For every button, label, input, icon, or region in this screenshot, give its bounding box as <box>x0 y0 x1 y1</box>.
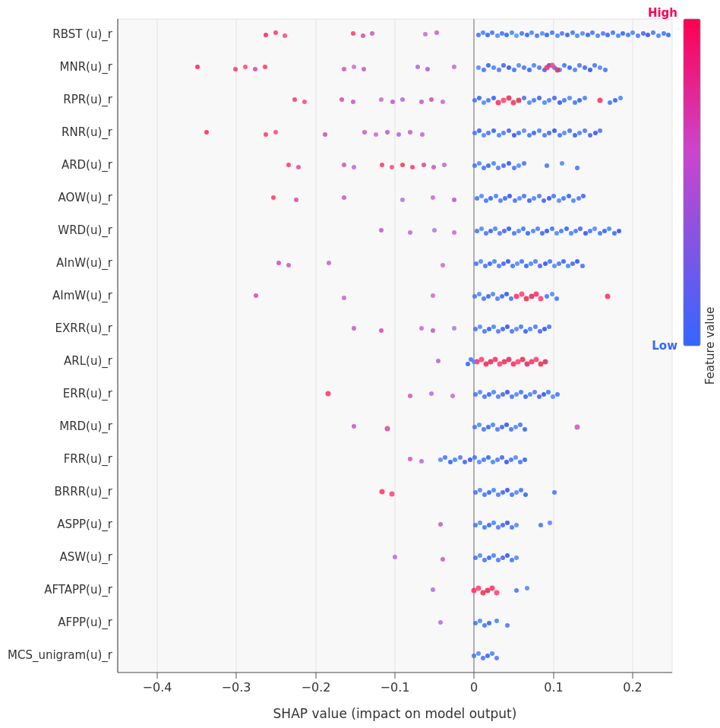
svg-point-404 <box>495 457 500 462</box>
svg-point-368 <box>528 392 532 397</box>
svg-point-369 <box>532 390 537 394</box>
svg-point-185 <box>486 163 491 168</box>
svg-point-385 <box>509 427 513 432</box>
svg-point-400 <box>477 460 482 464</box>
svg-point-354 <box>429 391 434 396</box>
svg-point-274 <box>519 259 524 264</box>
svg-point-20 <box>481 30 485 35</box>
svg-point-143 <box>408 130 412 135</box>
svg-point-86 <box>562 63 567 68</box>
y-label-4: ARD(u)_r <box>62 158 113 173</box>
svg-point-231 <box>484 231 488 236</box>
svg-point-332 <box>436 359 441 363</box>
svg-point-304 <box>534 292 539 297</box>
svg-point-308 <box>554 296 559 301</box>
svg-point-104 <box>400 97 405 102</box>
svg-point-172 <box>296 165 301 169</box>
svg-point-137 <box>273 130 278 135</box>
svg-point-18 <box>434 30 439 35</box>
svg-point-124 <box>552 96 557 100</box>
svg-point-321 <box>501 327 505 331</box>
svg-point-47 <box>616 33 621 38</box>
svg-point-58 <box>195 65 200 69</box>
svg-point-133 <box>613 98 617 103</box>
svg-point-463 <box>482 623 487 628</box>
svg-point-208 <box>503 196 507 201</box>
svg-point-30 <box>529 30 534 35</box>
svg-point-338 <box>497 362 503 367</box>
svg-point-184 <box>482 166 486 170</box>
svg-point-295 <box>491 292 495 296</box>
svg-point-236 <box>507 226 511 231</box>
svg-point-249 <box>569 231 573 236</box>
svg-point-228 <box>452 230 456 235</box>
svg-point-38 <box>570 30 575 35</box>
svg-point-317 <box>482 329 487 334</box>
svg-point-103 <box>390 100 395 104</box>
svg-point-375 <box>352 424 356 429</box>
svg-point-177 <box>400 163 405 167</box>
svg-point-170 <box>598 128 602 133</box>
svg-point-54 <box>651 30 655 35</box>
y-label-2: RPR(u)_r <box>63 93 113 107</box>
svg-point-75 <box>507 65 511 70</box>
svg-point-114 <box>501 98 507 103</box>
svg-point-79 <box>527 68 532 72</box>
svg-point-358 <box>482 394 487 399</box>
x-tick-label: 0.2 <box>623 680 642 695</box>
svg-point-456 <box>490 586 495 591</box>
svg-point-32 <box>540 31 545 36</box>
svg-point-174 <box>352 165 356 169</box>
svg-point-73 <box>497 68 501 72</box>
svg-point-254 <box>592 226 597 231</box>
svg-point-314 <box>452 326 456 331</box>
svg-point-40 <box>580 31 585 36</box>
svg-point-224 <box>581 194 586 198</box>
svg-point-431 <box>491 521 496 525</box>
svg-point-363 <box>505 390 510 394</box>
svg-point-309 <box>605 294 611 299</box>
svg-point-391 <box>419 459 424 464</box>
svg-point-74 <box>501 63 506 68</box>
svg-point-95 <box>545 65 550 71</box>
svg-point-190 <box>512 166 516 170</box>
x-tick-label: −0.3 <box>222 680 251 695</box>
svg-point-186 <box>491 161 496 166</box>
svg-point-401 <box>482 457 486 462</box>
svg-point-88 <box>573 68 577 72</box>
svg-point-362 <box>501 392 505 397</box>
svg-point-204 <box>484 198 488 203</box>
svg-point-240 <box>526 231 530 236</box>
svg-point-379 <box>482 427 486 432</box>
svg-point-179 <box>422 163 426 167</box>
svg-point-462 <box>478 619 482 623</box>
svg-point-360 <box>491 390 496 394</box>
svg-point-293 <box>482 296 486 301</box>
svg-point-36 <box>560 31 564 36</box>
svg-point-26 <box>510 30 514 35</box>
svg-point-420 <box>505 488 510 492</box>
svg-point-468 <box>476 651 481 656</box>
svg-point-337 <box>493 357 498 362</box>
svg-point-106 <box>429 97 434 102</box>
svg-point-388 <box>523 427 527 432</box>
svg-point-260 <box>276 261 281 265</box>
svg-point-39 <box>575 33 579 38</box>
svg-point-244 <box>545 229 549 233</box>
svg-point-412 <box>390 492 395 497</box>
svg-point-233 <box>493 226 497 231</box>
svg-point-436 <box>514 523 519 527</box>
svg-point-120 <box>532 98 536 103</box>
svg-point-37 <box>565 33 570 37</box>
svg-point-300 <box>514 294 519 299</box>
svg-point-268 <box>492 259 497 264</box>
svg-point-312 <box>419 326 424 331</box>
svg-point-267 <box>488 261 492 266</box>
svg-point-281 <box>552 264 557 268</box>
svg-point-380 <box>486 425 491 429</box>
svg-point-298 <box>504 292 509 296</box>
svg-point-464 <box>487 621 491 625</box>
svg-point-282 <box>557 261 561 266</box>
svg-point-129 <box>577 98 582 103</box>
svg-point-72 <box>491 65 496 70</box>
